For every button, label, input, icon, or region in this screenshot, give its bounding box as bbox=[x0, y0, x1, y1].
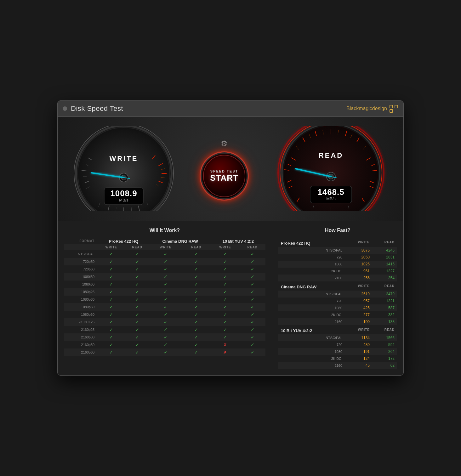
table-row: 2160p25✓✓✓✓✓✓ bbox=[64, 326, 265, 333]
read-value: 1415 bbox=[372, 261, 397, 268]
list-item: NTSC/PAL 3075 4246 bbox=[278, 247, 397, 254]
read-value: 3479 bbox=[372, 291, 397, 298]
check-icon: ✓ bbox=[251, 267, 254, 272]
list-item: 720 957 1321 bbox=[278, 298, 397, 304]
app-window: Disk Speed Test Blackmagicdesign bbox=[57, 100, 404, 376]
check-icon: ✓ bbox=[164, 267, 168, 272]
check-icon: ✓ bbox=[194, 312, 198, 317]
svg-text:WRITE: WRITE bbox=[110, 155, 138, 162]
write-gauge-svg: 1008.9 MB/s WRITE bbox=[70, 126, 177, 211]
table-row: 2160p50✓✓✓✓✗✓ bbox=[64, 341, 265, 348]
list-item: 1080 1025 1415 bbox=[278, 261, 397, 268]
svg-text:1008.9: 1008.9 bbox=[110, 189, 137, 198]
table-row: 2160p30✓✓✓✓✓✓ bbox=[64, 333, 265, 341]
check-icon: ✓ bbox=[194, 282, 198, 287]
table-row: 1080i50✓✓✓✓✓✓ bbox=[64, 273, 265, 280]
section-header-row: 10 Bit YUV 4:2:2 WRITE READ bbox=[278, 325, 397, 334]
list-item: 2160 45 62 bbox=[278, 362, 397, 369]
section-header-row: Cinema DNG RAW WRITE READ bbox=[278, 281, 397, 291]
check-icon: ✓ bbox=[194, 342, 198, 347]
list-item: NTSC/PAL 1134 1566 bbox=[278, 334, 397, 341]
check-icon: ✓ bbox=[164, 252, 168, 257]
table-row: NTSC/PAL✓✓✓✓✓✓ bbox=[64, 250, 265, 258]
check-icon: ✓ bbox=[194, 320, 198, 325]
table-row: 1080p50✓✓✓✓✓✓ bbox=[64, 303, 265, 311]
write-value: 45 bbox=[345, 362, 372, 369]
check-icon: ✓ bbox=[109, 320, 113, 325]
check-icon: ✓ bbox=[194, 297, 198, 302]
read-value: 4246 bbox=[372, 247, 397, 254]
check-icon: ✓ bbox=[109, 350, 113, 355]
app-title: Disk Speed Test bbox=[71, 105, 123, 113]
check-icon: ✓ bbox=[135, 312, 139, 317]
check-icon: ✓ bbox=[135, 252, 139, 257]
table-row: 1080p60✓✓✓✓✓✓ bbox=[64, 311, 265, 318]
check-icon: ✓ bbox=[194, 304, 198, 309]
check-icon: ✓ bbox=[251, 274, 254, 279]
yuv-write-header: WRITE bbox=[211, 244, 240, 250]
write-value: 124 bbox=[345, 355, 372, 362]
row-label: NTSC/PAL bbox=[278, 334, 345, 341]
will-it-work-panel: Will It Work? FORMAT ProRes 422 HQ Cinem… bbox=[58, 221, 272, 375]
close-button[interactable] bbox=[63, 106, 67, 111]
check-icon: ✓ bbox=[223, 274, 227, 279]
check-icon: ✓ bbox=[135, 327, 139, 332]
tables-section: Will It Work? FORMAT ProRes 422 HQ Cinem… bbox=[58, 221, 403, 375]
check-icon: ✓ bbox=[135, 335, 139, 340]
check-icon: ✓ bbox=[164, 320, 168, 325]
row-label: 2160 bbox=[278, 275, 345, 281]
row-label: 1080 bbox=[278, 261, 345, 268]
brand-icon bbox=[390, 105, 398, 113]
cross-icon: ✗ bbox=[223, 342, 227, 347]
write-value: 2050 bbox=[345, 254, 372, 261]
check-icon: ✓ bbox=[223, 252, 227, 257]
check-icon: ✓ bbox=[135, 350, 139, 355]
check-icon: ✓ bbox=[164, 289, 168, 294]
read-value: 264 bbox=[372, 348, 397, 355]
gear-icon[interactable]: ⚙ bbox=[219, 138, 230, 149]
row-label: 2K DCI bbox=[278, 268, 345, 275]
brand-name: Blackmagicdesign bbox=[346, 106, 387, 111]
title-bar: Disk Speed Test Blackmagicdesign bbox=[58, 101, 403, 117]
check-icon: ✓ bbox=[194, 289, 198, 294]
check-icon: ✓ bbox=[251, 312, 254, 317]
svg-text:1468.5: 1468.5 bbox=[317, 187, 344, 197]
check-icon: ✓ bbox=[164, 335, 168, 340]
check-icon: ✓ bbox=[251, 252, 254, 257]
list-item: 720 430 594 bbox=[278, 341, 397, 348]
yuv-col-group: 10 Bit YUV 4:2:2 bbox=[211, 238, 265, 244]
check-icon: ✓ bbox=[223, 282, 227, 287]
svg-text:MB/s: MB/s bbox=[119, 198, 128, 202]
table-row: 1080p25✓✓✓✓✓✓ bbox=[64, 288, 265, 296]
check-icon: ✓ bbox=[251, 327, 254, 332]
check-icon: ✓ bbox=[164, 312, 168, 317]
check-icon: ✓ bbox=[194, 252, 198, 257]
check-icon: ✓ bbox=[223, 297, 227, 302]
check-icon: ✓ bbox=[135, 320, 139, 325]
check-icon: ✓ bbox=[109, 289, 113, 294]
category-title: ProRes 422 HQ bbox=[278, 238, 345, 247]
list-item: 720 2050 2831 bbox=[278, 254, 397, 261]
write-value: 957 bbox=[345, 298, 372, 304]
check-icon: ✓ bbox=[135, 282, 139, 287]
check-icon: ✓ bbox=[109, 297, 113, 302]
check-icon: ✓ bbox=[194, 259, 198, 264]
read-col-header: READ bbox=[372, 238, 397, 247]
write-value: 1134 bbox=[345, 334, 372, 341]
read-col-header: READ bbox=[372, 281, 397, 291]
check-icon: ✓ bbox=[109, 252, 113, 257]
check-icon: ✓ bbox=[164, 350, 168, 355]
check-icon: ✓ bbox=[109, 327, 113, 332]
check-icon: ✓ bbox=[251, 297, 254, 302]
yuv-read-header: READ bbox=[240, 244, 265, 250]
check-icon: ✓ bbox=[135, 259, 139, 264]
check-icon: ✓ bbox=[223, 259, 227, 264]
start-button[interactable]: SPEED TEST START bbox=[201, 152, 248, 200]
check-icon: ✓ bbox=[135, 342, 139, 347]
start-button-top-label: SPEED TEST bbox=[210, 169, 238, 173]
prores-read-header: READ bbox=[125, 244, 150, 250]
cinema-col-group: Cinema DNG RAW bbox=[150, 238, 211, 244]
row-label: NTSC/PAL bbox=[278, 247, 345, 254]
check-icon: ✓ bbox=[251, 304, 254, 309]
read-value: 1321 bbox=[372, 298, 397, 304]
